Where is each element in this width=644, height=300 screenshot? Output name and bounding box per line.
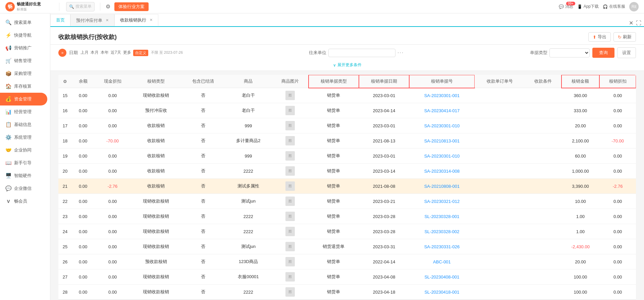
cell-amount: 333.00	[561, 103, 599, 118]
tab-prepay[interactable]: 预付冲应付单 ✕	[70, 14, 114, 26]
app-download-action[interactable]: 📱 App下载	[577, 4, 599, 9]
bill-no-link[interactable]: SL-20230328-002	[424, 229, 459, 234]
bill-no-link[interactable]: SL-20230408-001	[424, 274, 459, 280]
headset-icon: 🎧	[603, 4, 608, 9]
tab-prepay-close[interactable]: ✕	[106, 18, 109, 23]
bill-no-link[interactable]: SL-20230418-001	[424, 290, 459, 295]
cell-order-no	[475, 224, 525, 239]
cell-writeoff-discount: 0.00	[599, 164, 636, 179]
cell-id: 23	[58, 209, 72, 224]
cell-img: 图	[272, 209, 309, 224]
filter-expand-btn[interactable]: »	[58, 49, 66, 57]
date-this-month[interactable]: 本月	[91, 50, 99, 56]
cell-type: 现销收款核销	[131, 224, 181, 239]
cell-bill-no[interactable]: SA-20230414-017	[409, 103, 474, 118]
voucher-type-select[interactable]	[549, 48, 590, 57]
sidebar-item-inventory[interactable]: 🏠 库存核算	[0, 80, 50, 93]
date-more[interactable]: 更多	[123, 50, 131, 56]
cell-amount: 1.00	[561, 224, 599, 239]
cell-bill-no[interactable]: SA-20230331-026	[409, 239, 474, 254]
cell-img: 图	[272, 239, 309, 254]
industry-btn[interactable]: 体验行业方案	[114, 2, 149, 11]
query-button[interactable]: 查询	[592, 48, 614, 58]
finance-icon: 💰	[5, 96, 11, 102]
sidebar-item-purchase[interactable]: 📦 采购管理	[0, 67, 50, 80]
cell-bill-no[interactable]: SL-20230408-001	[409, 269, 474, 285]
sidebar-item-sales[interactable]: 🛒 销售管理	[0, 54, 50, 67]
cell-id: 28	[58, 285, 72, 300]
bill-no-link[interactable]: SA-20230314-008	[424, 169, 460, 174]
cell-bill-no[interactable]: SA-20230301-010	[409, 118, 474, 133]
expand-more-btn[interactable]: ∨ 展开更多条件	[333, 62, 362, 68]
tab-writeoff[interactable]: 收款核销执行 ✕	[114, 14, 158, 26]
app-logo: 畅 畅捷通好生意 标准版	[5, 1, 52, 12]
bill-no-link[interactable]: SA-20230321-012	[424, 199, 460, 204]
bill-no-link[interactable]: SL-20230328-001	[424, 214, 459, 219]
sidebar-item-basic[interactable]: 📋 基础信息	[0, 118, 50, 131]
bill-no-link[interactable]: SA-20230331-026	[424, 244, 460, 249]
sidebar-item-guide[interactable]: 📖 新手引导	[0, 157, 50, 169]
cell-bill-no[interactable]: SA-20230321-012	[409, 194, 474, 209]
cell-settled: 否	[181, 224, 225, 239]
cell-img: 图	[272, 179, 309, 194]
sidebar-item-marketing[interactable]: 📢 营销推广	[0, 42, 50, 54]
search-box[interactable]: 🔍 搜索菜单	[66, 2, 95, 11]
cell-bill-no[interactable]: SA-20230314-008	[409, 164, 474, 179]
settings-button[interactable]: 设置	[617, 47, 636, 58]
sidebar-item-management[interactable]: 📊 经营管理	[0, 105, 50, 118]
sidebar-item-member[interactable]: V 畅会员	[0, 195, 50, 208]
cell-id: 18	[58, 133, 72, 148]
cell-bill-no[interactable]: SL-20230328-002	[409, 224, 474, 239]
bill-no-link[interactable]: SA-20230301-010	[424, 154, 460, 159]
col-settings[interactable]: ⚙	[58, 75, 72, 88]
cell-bill-no[interactable]: SA-20230301-001	[409, 88, 474, 103]
cell-bill-no[interactable]: SA-20210813-001	[409, 133, 474, 148]
refresh-button[interactable]: ↻ 刷新	[613, 32, 636, 42]
cell-bill-no[interactable]: SA-20230301-010	[409, 148, 474, 164]
cell-bill-date: 2023-03-01	[359, 148, 409, 164]
bill-no-link[interactable]: SA-20210808-001	[424, 184, 460, 189]
online-service-action[interactable]: 🎧 在线客服	[603, 4, 625, 9]
cell-balance: 0.00	[72, 269, 94, 285]
sidebar-item-wechat[interactable]: 💬 企业微信	[0, 182, 50, 195]
sidebar-item-quicknav[interactable]: ⚡ 快捷导航	[0, 29, 50, 42]
sidebar-item-system[interactable]: ⚙️ 系统管理	[0, 131, 50, 144]
tab-close-all-icon[interactable]: ✕	[629, 20, 633, 26]
bill-no-link[interactable]: SA-20230414-017	[424, 108, 460, 113]
avatar[interactable]: Rit	[629, 2, 639, 11]
message-action[interactable]: 💬 消息 99+	[559, 4, 573, 9]
tab-home[interactable]: 首页	[50, 14, 70, 26]
bill-no-link[interactable]: SA-20210813-001	[424, 138, 460, 143]
bill-no-link[interactable]: SA-20230301-001	[424, 93, 460, 98]
date-this-year[interactable]: 本年	[101, 50, 109, 56]
cell-bill-no[interactable]: SL-20230328-001	[409, 209, 474, 224]
sidebar-item-search[interactable]: 🔍 搜索菜单	[0, 16, 50, 29]
basic-icon: 📋	[5, 122, 11, 128]
sidebar-item-collab[interactable]: 🤝 企业协同	[0, 144, 50, 157]
cell-bill-no[interactable]: ABC-001	[409, 254, 474, 269]
cell-bill-no[interactable]: SA-20210808-001	[409, 179, 474, 194]
sidebar-item-hardware[interactable]: 🖥️ 智能硬件	[0, 169, 50, 182]
bill-no-link[interactable]: ABC-001	[433, 259, 451, 264]
cell-bill-no[interactable]: SL-20230418-001	[409, 285, 474, 300]
date-last-month[interactable]: 上月	[80, 50, 89, 56]
cell-payment-terms	[525, 179, 561, 194]
settings-icon[interactable]: ⚙	[106, 3, 110, 10]
cell-goods: 999	[225, 148, 272, 164]
export-button[interactable]: ⬆ 导出	[588, 32, 611, 42]
counterpart-input[interactable]	[328, 49, 395, 57]
tab-expand-icon[interactable]: ⛶	[636, 20, 641, 26]
date-custom[interactable]: 自定义	[133, 50, 148, 56]
cell-amount: 10.00	[561, 194, 599, 209]
bill-no-link[interactable]: SA-20230301-010	[424, 123, 460, 128]
tab-writeoff-close[interactable]: ✕	[150, 18, 153, 22]
app-name: 畅捷通好生意	[17, 1, 41, 7]
cell-img: 图	[272, 254, 309, 269]
col-amount: 核销金额	[561, 75, 599, 88]
cell-balance: 0.00	[72, 194, 94, 209]
cell-type: 现销收款核销	[131, 285, 181, 300]
cell-writeoff-discount: 0.00	[599, 269, 636, 285]
cell-goods: 999	[225, 118, 272, 133]
date-7days[interactable]: 近7天	[111, 50, 121, 56]
sidebar-item-finance[interactable]: 💰 资金管理	[0, 93, 47, 105]
